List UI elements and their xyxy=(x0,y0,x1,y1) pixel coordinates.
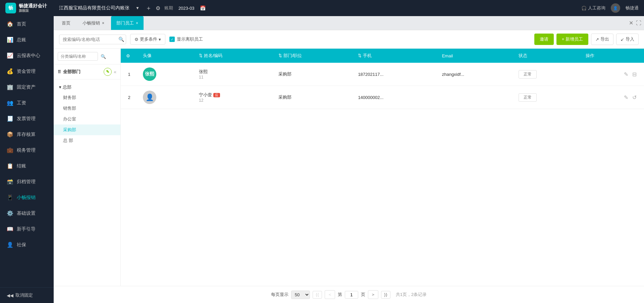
export-button[interactable]: ↗ 导出 xyxy=(591,34,613,45)
avatar-icon: 👤 xyxy=(613,6,618,10)
prev-page-button[interactable]: ＜ xyxy=(325,290,335,299)
row-name-code: 宁小壹应12 xyxy=(194,86,273,109)
row-name-code: 张熙11 xyxy=(194,63,273,86)
col-settings[interactable]: ⚙ xyxy=(121,49,138,63)
sidebar-item-home[interactable]: 🏠 首页 xyxy=(0,16,54,32)
close-window-button[interactable]: ✕ xyxy=(629,20,633,26)
dept-node-purchase[interactable]: 采购部 xyxy=(54,124,120,135)
table-row: 2👤宁小壹应12采购部140000002...正常✎↺ xyxy=(121,86,644,109)
invite-button[interactable]: 邀请 xyxy=(534,34,554,45)
search-input[interactable] xyxy=(59,35,126,44)
employee-tag: 应 xyxy=(213,93,220,97)
tab-home[interactable]: 首页 xyxy=(56,16,76,30)
col-name-code[interactable]: ⇅ 姓名/编码 xyxy=(194,49,273,63)
tab-dept-label: 部门员工 xyxy=(116,20,134,26)
show-resigned-toggle[interactable]: ✓ 显示离职员工 xyxy=(169,36,203,42)
dept-search-input[interactable] xyxy=(58,52,98,61)
close-period-icon: 📋 xyxy=(7,163,13,169)
page-prefix: 第 xyxy=(338,292,342,298)
dept-node-finance[interactable]: 财务部 xyxy=(54,92,120,103)
row-index: 2 xyxy=(121,86,138,109)
last-page-button[interactable]: ⟩⟩ xyxy=(381,291,390,299)
expense-icon: 📱 xyxy=(7,194,13,201)
per-page-label: 每页显示 xyxy=(271,292,288,298)
tab-dept-close[interactable]: × xyxy=(136,21,138,26)
dept-collapse-button[interactable]: « xyxy=(114,69,116,74)
dept-node-sales[interactable]: 销售部 xyxy=(54,103,120,114)
user-avatar: 👤 xyxy=(611,3,620,13)
dept-panel: 🔍 ⠿ 全部部门 ✎ « ▾ 总部 财务部 xyxy=(54,49,121,286)
tab-expense-close[interactable]: × xyxy=(102,21,104,26)
col-phone[interactable]: ⇅ 手机 xyxy=(353,49,436,63)
sidebar-item-guide[interactable]: 📖 新手引导 xyxy=(0,221,54,237)
add-tab-button[interactable]: ＋ xyxy=(146,4,152,12)
tabs-bar: 首页 小畅报销 × 部门员工 × ✕ ⛶ xyxy=(54,16,644,30)
logout-employee-button[interactable]: ⊟ xyxy=(630,70,639,78)
sidebar-item-salary[interactable]: 👥 工资 xyxy=(0,95,54,111)
show-resigned-label: 显示离职员工 xyxy=(177,36,203,42)
total-text: 共1页，2条记录 xyxy=(396,292,427,298)
assets-icon: 🏢 xyxy=(7,84,13,90)
company-dropdown-button[interactable]: ▼ xyxy=(133,5,142,11)
ledger-icon: 📊 xyxy=(7,37,13,43)
per-page-select[interactable]: 50 10 20 100 xyxy=(291,291,310,299)
employee-code: 11 xyxy=(199,75,268,80)
dept-header: 🔍 xyxy=(54,49,120,64)
company-name: 江西服宝精品有限责任公司内账张 xyxy=(59,5,129,11)
dept-node-hq[interactable]: 总 部 xyxy=(54,135,120,146)
app-logo: 畅 畅捷通好会计 旗舰版 xyxy=(5,3,52,13)
import-button[interactable]: ↙ 导入 xyxy=(616,34,639,45)
top-bar: 畅 畅捷通好会计 旗舰版 江西服宝精品有限责任公司内账张 ▼ ＋ ⚙ 账期 20… xyxy=(0,0,644,16)
table-row: 1张熙张熙11采购部187202117...zhangxidf...正常✎⊟ xyxy=(121,63,644,86)
dept-node-office[interactable]: 办公室 xyxy=(54,114,120,124)
search-button[interactable]: 🔍 xyxy=(118,37,124,42)
maximize-window-button[interactable]: ⛶ xyxy=(636,20,641,26)
next-page-button[interactable]: ＞ xyxy=(368,290,378,299)
sidebar-item-invoice-label: 发票管理 xyxy=(17,116,36,122)
dept-section-general[interactable]: ▾ 总部 xyxy=(54,82,120,92)
sidebar-item-inventory[interactable]: 📦 库存核算 xyxy=(0,127,54,142)
edit-employee-button[interactable]: ✎ xyxy=(622,70,630,78)
filter-button[interactable]: ⚙ 更多条件 ▾ xyxy=(130,34,165,45)
sidebar-item-ledger[interactable]: 📊 总账 xyxy=(0,32,54,48)
sidebar-item-expense[interactable]: 📱 小畅报销 xyxy=(0,190,54,205)
sidebar-item-reports-label: 云报表中心 xyxy=(17,53,40,59)
sidebar-item-basic[interactable]: ⚙️ 基础设置 xyxy=(0,205,54,221)
funds-icon: 💰 xyxy=(7,68,13,74)
sidebar-item-basic-label: 基础设置 xyxy=(17,210,36,216)
settings-button[interactable]: ⚙ xyxy=(156,5,160,11)
reset-employee-button[interactable]: ↺ xyxy=(630,94,639,101)
dept-edit-button[interactable]: ✎ xyxy=(104,68,112,76)
row-phone: 187202117... xyxy=(353,63,436,86)
dept-all-item[interactable]: ⠿ 全部部门 ✎ « xyxy=(54,64,120,80)
sidebar-item-reports[interactable]: 📈 云报表中心 xyxy=(0,48,54,63)
sidebar-item-funds[interactable]: 💰 资金管理 xyxy=(0,63,54,79)
employee-name: 宁小壹应 xyxy=(199,92,268,98)
col-dept-pos[interactable]: ⇅ 部门/职位 xyxy=(273,49,353,63)
sidebar-item-invoice[interactable]: 🧾 发票管理 xyxy=(0,111,54,127)
sidebar: 🏠 首页 📊 总账 📈 云报表中心 💰 资金管理 🏢 固定资产 👥 工资 🧾 发… xyxy=(0,16,54,303)
add-employee-button[interactable]: + 新增员工 xyxy=(556,34,588,45)
table-panel: ⚙ 头像 ⇅ 姓名/编码 ⇅ 部门/职位 ⇅ 手机 Email 状态 操作 xyxy=(121,49,644,286)
sidebar-item-close[interactable]: 📋 结账 xyxy=(0,158,54,174)
service-label: 人工咨询 xyxy=(588,5,605,11)
cancel-fixed-button[interactable]: ◀◀ 取消固定 xyxy=(0,287,54,303)
tab-dept-employee[interactable]: 部门员工 × xyxy=(111,16,144,30)
current-page-input[interactable] xyxy=(345,291,358,299)
sidebar-item-tax[interactable]: 💼 税务管理 xyxy=(0,142,54,158)
first-page-button[interactable]: ⟨⟨ xyxy=(313,291,322,299)
row-avatar: 张熙 xyxy=(138,63,194,86)
sidebar-item-insurance[interactable]: 👤 社保 xyxy=(0,237,54,253)
inventory-icon: 📦 xyxy=(7,131,13,138)
export-label: 导出 xyxy=(600,36,609,42)
tab-expense[interactable]: 小畅报销 × xyxy=(77,16,110,30)
content-area: 首页 小畅报销 × 部门员工 × ✕ ⛶ 🔍 xyxy=(54,16,644,303)
top-bar-right: 🎧 人工咨询 👤 畅捷通 xyxy=(581,3,639,13)
sidebar-item-archive[interactable]: 🗃️ 归档管理 xyxy=(0,174,54,190)
service-button[interactable]: 🎧 人工咨询 xyxy=(581,5,605,11)
edit-employee-button[interactable]: ✎ xyxy=(622,94,630,101)
show-resigned-checkbox[interactable]: ✓ xyxy=(169,37,175,42)
sidebar-item-assets[interactable]: 🏢 固定资产 xyxy=(0,79,54,95)
export-icon: ↗ xyxy=(595,37,599,42)
row-email: zhangxidf... xyxy=(437,63,514,86)
